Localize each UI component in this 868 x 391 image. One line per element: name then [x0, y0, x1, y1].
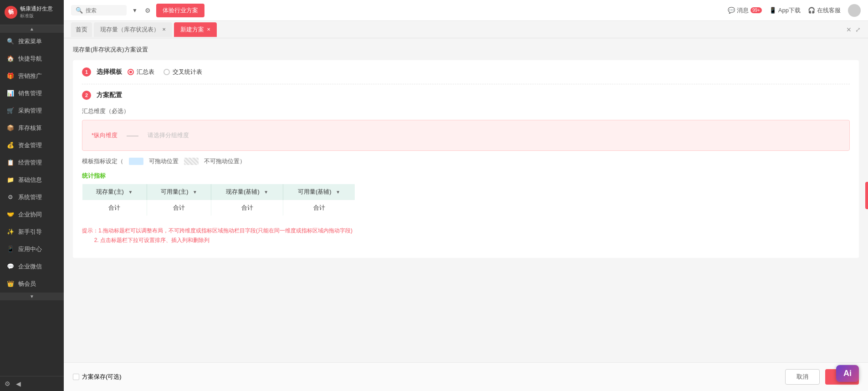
trial-btn[interactable]: 体验行业方案 [156, 4, 204, 17]
logo-icon: 畅 [5, 6, 17, 19]
close-window-icon[interactable]: ✕ [846, 26, 852, 33]
tab-new-plan-close[interactable]: ✕ [207, 27, 210, 32]
sidebar-item-nav[interactable]: 🏠 快捷导航 [0, 50, 64, 67]
right-tab[interactable] [865, 182, 868, 209]
tab-inventory[interactable]: 现存量（库存状况表） ✕ [94, 22, 172, 37]
expand-icon[interactable]: ⤢ [855, 26, 861, 33]
not-draggable-indicator [184, 158, 199, 165]
col1-chevron[interactable]: ▼ [128, 190, 133, 195]
stat-label: 统计指标 [82, 172, 850, 180]
sidebar-item-apps[interactable]: 📱 应用中心 [0, 241, 64, 258]
save-label: 方案保存(可选) [82, 373, 122, 381]
radio-cross-dot[interactable] [163, 69, 170, 75]
topbar-gear-icon[interactable]: ⚙ [145, 7, 151, 14]
sidebar-item-member[interactable]: 👑 畅会员 [0, 275, 64, 293]
tab-new-plan[interactable]: 新建方案 ✕ [174, 22, 217, 37]
customer-service-item[interactable]: 🎧 在线客服 [808, 6, 841, 15]
tip1: 提示：1.拖动标题栏可以调整布局，不可跨维度或指标区域拖动栏目字段(只能在同一维… [82, 227, 850, 235]
headset-icon: 🎧 [808, 7, 815, 14]
sidebar-item-search[interactable]: 🔍 搜索菜单 [0, 33, 64, 50]
sidebar-item-label: 经营管理 [18, 159, 42, 167]
save-checkbox[interactable]: 方案保存(可选) [73, 373, 122, 381]
template-options: 汇总表 交叉统计表 [128, 68, 202, 76]
sidebar-item-label: 采购管理 [18, 107, 42, 115]
draggable-label: 可拖动位置 [149, 157, 179, 165]
crown-icon: 👑 [6, 280, 15, 288]
cancel-button[interactable]: 取消 [785, 369, 820, 385]
radio-summary[interactable]: 汇总表 [128, 68, 154, 76]
sidebar-item-purchase[interactable]: 🛒 采购管理 [0, 102, 64, 119]
radio-cross[interactable]: 交叉统计表 [163, 68, 202, 76]
sidebar-scroll-up[interactable]: ▲ [0, 25, 64, 33]
topbar-right: 💬 消息 99+ 📱 App下载 🎧 在线客服 [728, 4, 861, 17]
col4-value: 合计 [283, 200, 355, 216]
search-input[interactable] [86, 7, 122, 14]
avatar[interactable] [848, 4, 861, 17]
logo-text: 畅康通好生意 标准版 [20, 5, 53, 19]
message-badge: 99+ [751, 7, 762, 13]
clipboard-icon: 📋 [6, 159, 15, 167]
col1-value: 合计 [82, 200, 147, 216]
tab-inventory-close[interactable]: ✕ [162, 27, 166, 32]
app-download-item[interactable]: 📱 App下载 [769, 6, 801, 15]
sidebar-item-basic[interactable]: 📁 基础信息 [0, 171, 64, 189]
summary-dimension-label: 汇总维度（必选） [82, 107, 850, 115]
phone-icon: 📱 [6, 245, 15, 253]
sidebar-item-wechat[interactable]: 💬 企业微信 [0, 258, 64, 275]
sparkle-icon: ✨ [6, 228, 15, 236]
message-label: 消息 [737, 6, 749, 15]
customer-service-label: 在线客服 [817, 6, 841, 15]
tips-section: 提示：1.拖动标题栏可以调整布局，不可跨维度或指标区域拖动栏目字段(只能在同一维… [82, 222, 850, 251]
col3-chevron[interactable]: ▼ [264, 190, 268, 195]
tab-home[interactable]: 首页 [71, 22, 92, 37]
chart-icon: 📊 [6, 89, 15, 98]
sidebar-item-system[interactable]: ⚙ 系统管理 [0, 189, 64, 206]
sidebar-item-finance[interactable]: 💰 资金管理 [0, 137, 64, 154]
col4-chevron[interactable]: ▼ [336, 190, 340, 195]
message-item[interactable]: 💬 消息 99+ [728, 6, 762, 15]
col2-label: 可用量(主) [161, 188, 189, 195]
ai-float-button[interactable]: Ai [836, 365, 859, 382]
sidebar-item-corp[interactable]: 🤝 企业协同 [0, 206, 64, 223]
sidebar-item-operations[interactable]: 📋 经营管理 [0, 154, 64, 171]
indicator-settings-label: 模板指标设定（ [82, 157, 123, 165]
col2-header[interactable]: 可用量(主) ▼ [147, 184, 211, 200]
required-mark: *纵向维度 [92, 131, 117, 139]
tab-expand: ✕ ⤢ [846, 26, 861, 33]
sidebar-item-inventory[interactable]: 📦 库存核算 [0, 119, 64, 137]
col2-chevron[interactable]: ▼ [193, 190, 197, 195]
tabbar: 首页 现存量（库存状况表） ✕ 新建方案 ✕ ✕ ⤢ [64, 21, 868, 38]
checkbox-box[interactable] [73, 374, 79, 380]
sidebar-item-label: 企业微信 [18, 262, 42, 271]
sidebar-item-marketing[interactable]: 🎁 营销推广 [0, 67, 64, 85]
settings-icon[interactable]: ⚙ [5, 380, 10, 387]
search-icon: 🔍 [76, 7, 83, 14]
radio-cross-label: 交叉统计表 [173, 68, 202, 76]
sidebar-logo: 畅 畅康通好生意 标准版 [0, 0, 64, 25]
sidebar-item-label: 畅会员 [18, 280, 36, 288]
sidebar-item-label: 库存核算 [18, 124, 42, 132]
col1-header[interactable]: 现存量(主) ▼ [82, 184, 147, 200]
step1-title: 选择模板 [97, 68, 122, 76]
col2-value: 合计 [147, 200, 211, 216]
topbar-search-box[interactable]: 🔍 [71, 5, 127, 15]
tab-inventory-label: 现存量（库存状况表） [100, 26, 159, 34]
sidebar-item-sales[interactable]: 📊 销售管理 [0, 85, 64, 102]
radio-summary-label: 汇总表 [137, 68, 154, 76]
radio-summary-dot[interactable] [128, 69, 134, 75]
col3-header[interactable]: 现存量(基辅) ▼ [211, 184, 283, 200]
step2-row: 2 方案配置 [82, 91, 850, 100]
table-row: 合计 合计 合计 合计 [82, 200, 355, 216]
box-icon: 📦 [6, 124, 15, 132]
sidebar-scroll-down[interactable]: ▼ [0, 293, 64, 300]
dimension-placeholder: 请选择分组维度 [148, 131, 189, 139]
draggable-indicator [129, 158, 143, 165]
collapse-icon[interactable]: ◀ [16, 380, 21, 387]
col4-header[interactable]: 可用量(基辅) ▼ [283, 184, 355, 200]
col4-label: 可用量(基辅) [298, 188, 332, 195]
sidebar-item-label: 企业协同 [18, 211, 42, 219]
col1-label: 现存量(主) [96, 188, 124, 195]
sidebar-item-label: 快捷导航 [18, 55, 42, 63]
sidebar-item-guide[interactable]: ✨ 新手引导 [0, 223, 64, 241]
dropdown-icon[interactable]: ▼ [132, 7, 138, 14]
